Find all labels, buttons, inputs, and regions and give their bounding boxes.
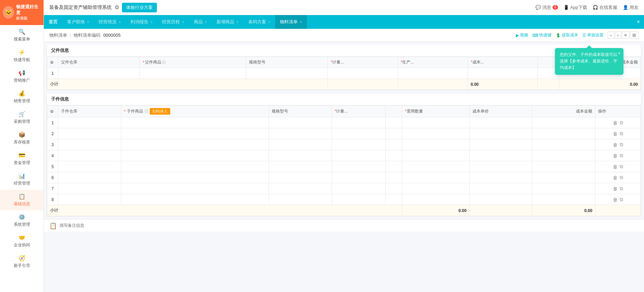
child-qty-cell-5[interactable] bbox=[332, 161, 385, 172]
info-icon[interactable]: ⓘ bbox=[162, 60, 166, 65]
sidebar-item-operation[interactable]: 📊 经营管理 bbox=[0, 169, 44, 190]
tab-operation[interactable]: 经营情况 × bbox=[94, 15, 125, 29]
child-unit-cost-cell-4[interactable] bbox=[469, 150, 532, 161]
parent-prod-cell[interactable] bbox=[398, 68, 468, 79]
child-settings-col[interactable]: ⚙ bbox=[47, 106, 58, 117]
tab-barcode[interactable]: 条码方案 × bbox=[244, 15, 275, 29]
user-avatar[interactable]: 👤 用友 bbox=[623, 4, 639, 11]
copy-icon-6[interactable]: ⧉ bbox=[620, 175, 623, 180]
child-spec-cell-5[interactable] bbox=[269, 161, 332, 172]
delete-icon-6[interactable]: 🗑 bbox=[613, 175, 618, 180]
delete-icon-5[interactable]: 🗑 bbox=[613, 164, 618, 170]
child-needed-qty-cell-2[interactable] bbox=[402, 128, 470, 139]
copy-icon-3[interactable]: ⧉ bbox=[620, 142, 623, 148]
child-unit-cost-cell-5[interactable] bbox=[469, 161, 532, 172]
online-service-button[interactable]: 🎧 在线客服 bbox=[593, 4, 617, 11]
sidebar-item-basic-info[interactable]: 📋 基础信息 bbox=[0, 190, 44, 210]
copy-icon-4[interactable]: ⧉ bbox=[620, 153, 623, 159]
child-product-cell-2[interactable] bbox=[121, 128, 269, 139]
child-product-cell-1[interactable] bbox=[121, 117, 269, 128]
tab-profit[interactable]: 利润报告 × bbox=[126, 15, 157, 29]
next-record-button[interactable]: › bbox=[615, 32, 621, 39]
tab-goods[interactable]: 商品 × bbox=[189, 15, 212, 29]
delete-icon-3[interactable]: 🗑 bbox=[613, 142, 618, 148]
parent-spec-cell[interactable] bbox=[246, 68, 328, 79]
close-goods-tab[interactable]: × bbox=[205, 20, 207, 24]
child-needed-qty-cell-1[interactable] bbox=[402, 117, 470, 128]
child-qty-cell-1[interactable] bbox=[332, 117, 385, 128]
sidebar-item-sales[interactable]: 💰 销售管理 bbox=[0, 87, 44, 107]
child-product-cell-6[interactable] bbox=[121, 172, 269, 183]
parent-cost-cell[interactable] bbox=[468, 68, 537, 79]
child-needed-qty-cell-3[interactable] bbox=[402, 139, 470, 150]
child-warehouse-cell-1[interactable] bbox=[58, 117, 121, 128]
child-spec-cell-2[interactable] bbox=[269, 128, 332, 139]
sidebar-item-system[interactable]: ⚙️ 系统管理 bbox=[0, 210, 44, 231]
video-action[interactable]: ▶ 视频 bbox=[516, 32, 528, 38]
sidebar-item-finance[interactable]: 💳 资金管理 bbox=[0, 149, 44, 169]
settings-button[interactable]: ⚙ bbox=[114, 4, 119, 11]
tab-customer[interactable]: 客户联络 × bbox=[62, 15, 94, 29]
child-spec-cell-7[interactable] bbox=[269, 183, 332, 194]
child-needed-qty-cell-4[interactable] bbox=[402, 150, 470, 161]
messages-button[interactable]: 💬 消息 6 bbox=[535, 4, 558, 11]
app-download-button[interactable]: 📱 App下载 bbox=[564, 4, 587, 11]
child-needed-qty-cell-8[interactable] bbox=[402, 194, 470, 205]
delete-icon-2[interactable]: 🗑 bbox=[613, 131, 618, 137]
experience-button[interactable]: 体验行业方案 bbox=[122, 3, 157, 12]
child-warehouse-cell-6[interactable] bbox=[58, 172, 121, 183]
child-unit-cost-cell-6[interactable] bbox=[469, 172, 532, 183]
child-product-cell-4[interactable] bbox=[121, 150, 269, 161]
note-icon[interactable]: 📋 bbox=[49, 222, 57, 230]
copy-icon-5[interactable]: ⧉ bbox=[620, 164, 623, 170]
delete-icon-4[interactable]: 🗑 bbox=[613, 153, 618, 159]
sidebar-item-enterprise[interactable]: 🤝 企业协同 bbox=[0, 231, 44, 252]
shortcut-action[interactable]: ⌨ 快捷键 bbox=[532, 32, 552, 38]
child-warehouse-cell-3[interactable] bbox=[58, 139, 121, 150]
child-qty-cell-2[interactable] bbox=[332, 128, 385, 139]
sidebar-item-search[interactable]: 🔍 搜索菜单 bbox=[0, 25, 44, 46]
child-product-cell-5[interactable] bbox=[121, 161, 269, 172]
child-product-cell-3[interactable] bbox=[121, 139, 269, 150]
tab-history[interactable]: 经营历程 × bbox=[157, 15, 189, 29]
close-bom-tab[interactable]: × bbox=[300, 20, 302, 24]
child-warehouse-cell-7[interactable] bbox=[58, 183, 121, 194]
child-warehouse-cell-8[interactable] bbox=[58, 194, 121, 205]
tab-bom[interactable]: 物料清单 × bbox=[275, 15, 307, 29]
tab-home[interactable]: 首页 bbox=[44, 15, 62, 29]
child-unit-cost-cell-8[interactable] bbox=[469, 194, 532, 205]
child-spec-cell-4[interactable] bbox=[269, 150, 332, 161]
child-unit-cost-cell-2[interactable] bbox=[469, 128, 532, 139]
close-operation-tab[interactable]: × bbox=[119, 20, 121, 24]
child-unit-cost-cell-7[interactable] bbox=[469, 183, 532, 194]
copy-icon-2[interactable]: ⧉ bbox=[620, 131, 623, 137]
close-history-tab[interactable]: × bbox=[182, 20, 184, 24]
delete-icon-7[interactable]: 🗑 bbox=[613, 186, 618, 191]
child-spec-cell-1[interactable] bbox=[269, 117, 332, 128]
parent-product-cell[interactable] bbox=[140, 68, 246, 79]
copy-icon-7[interactable]: ⧉ bbox=[620, 186, 623, 191]
expand-button[interactable]: ≡ bbox=[622, 32, 629, 39]
grid-button[interactable]: ⊞ bbox=[630, 32, 639, 39]
extract-cost-action[interactable]: 💲 提取成本 bbox=[556, 32, 578, 38]
child-spec-cell-6[interactable] bbox=[269, 172, 332, 183]
child-qty-cell-4[interactable] bbox=[332, 150, 385, 161]
scan-button[interactable]: 扫码录入 bbox=[150, 108, 170, 115]
delete-icon-8[interactable]: 🗑 bbox=[613, 197, 618, 202]
child-info-icon[interactable]: ⓘ bbox=[145, 109, 148, 114]
tab-new-goods[interactable]: 新增商品 × bbox=[212, 15, 243, 29]
close-new-goods-tab[interactable]: × bbox=[236, 20, 238, 24]
child-qty-cell-7[interactable] bbox=[332, 183, 385, 194]
parent-warehouse-cell[interactable] bbox=[58, 68, 140, 79]
child-needed-qty-cell-5[interactable] bbox=[402, 161, 470, 172]
parent-settings-col[interactable]: ⚙ bbox=[47, 57, 58, 68]
child-spec-cell-3[interactable] bbox=[269, 139, 332, 150]
child-qty-cell-6[interactable] bbox=[332, 172, 385, 183]
child-needed-qty-cell-6[interactable] bbox=[402, 172, 470, 183]
sidebar-item-purchase[interactable]: 🛒 采购管理 bbox=[0, 107, 44, 128]
child-qty-cell-8[interactable] bbox=[332, 194, 385, 205]
sidebar-item-inventory[interactable]: 📦 库存核算 bbox=[0, 128, 44, 149]
sidebar-item-marketing[interactable]: 📢 营销推广 bbox=[0, 66, 44, 87]
child-warehouse-cell-4[interactable] bbox=[58, 150, 121, 161]
sidebar-item-guide[interactable]: 🧭 新手引导 bbox=[0, 252, 44, 272]
